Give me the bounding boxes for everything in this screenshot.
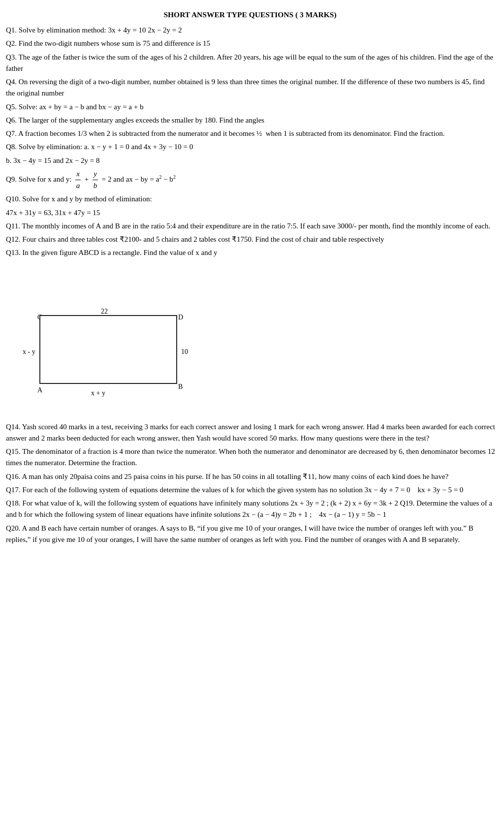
label-xy-left: x - y bbox=[23, 347, 35, 357]
q13-text: Q13. In the given figure ABCD is a recta… bbox=[6, 247, 495, 258]
q7-text: Q7. A fraction becomes 1/3 when 2 is sub… bbox=[6, 128, 495, 139]
question-q11: Q11. The monthly incomes of A and B are … bbox=[5, 221, 495, 232]
label-B: B bbox=[178, 381, 183, 392]
question-q18: Q18. For what value of k, will the follo… bbox=[5, 498, 495, 521]
question-q8b: b. 3x − 4y = 15 and 2x − 2y = 8 bbox=[5, 155, 495, 166]
question-q15: Q15. The denominator of a fraction is 4 … bbox=[5, 446, 495, 469]
question-q16: Q16. A man has only 20paisa coins and 25… bbox=[5, 471, 495, 482]
question-q2: Q2. Find the two-digit numbers whose sum… bbox=[5, 38, 495, 49]
question-q7: Q7. A fraction becomes 1/3 when 2 is sub… bbox=[5, 128, 495, 139]
question-q3: Q3. The age of the father is twice the s… bbox=[5, 52, 495, 75]
question-q12: Q12. Four chairs and three tables cost ₹… bbox=[5, 234, 495, 245]
question-q13: Q13. In the given figure ABCD is a recta… bbox=[5, 247, 495, 258]
q3-text: Q3. The age of the father is twice the s… bbox=[6, 52, 495, 75]
rect-diagram: C D A B 22 10 x - y x + y bbox=[20, 305, 197, 404]
question-q10: Q10. Solve for x and y by method of elim… bbox=[5, 193, 495, 205]
q17-text: Q17. For each of the following system of… bbox=[6, 484, 495, 496]
rectangle-box bbox=[39, 315, 177, 384]
q20-text: Q20. A and B each have certain number of… bbox=[6, 523, 495, 546]
question-q20: Q20. A and B each have certain number of… bbox=[5, 523, 495, 546]
q12-text: Q12. Four chairs and three tables cost ₹… bbox=[6, 234, 495, 245]
question-q17: Q17. For each of the following system of… bbox=[5, 484, 495, 496]
q8a-text: Q8. Solve by elimination: a. x − y + 1 =… bbox=[6, 141, 495, 153]
q10b-text: 47x + 31y = 63, 31x + 47y = 15 bbox=[6, 207, 495, 219]
question-q8a: Q8. Solve by elimination: a. x − y + 1 =… bbox=[5, 141, 495, 153]
q4-text: Q4. On reversing the digit of a two-digi… bbox=[6, 76, 495, 99]
question-q6: Q6. The larger of the supplementary angl… bbox=[5, 115, 495, 126]
q6-text: Q6. The larger of the supplementary angl… bbox=[6, 115, 495, 126]
question-q5: Q5. Solve: ax + by = a − b and bx − ay =… bbox=[5, 101, 495, 113]
q9-frac2: yb bbox=[93, 168, 98, 192]
question-q1: Q1. Solve by elimination method: 3x + 4y… bbox=[5, 25, 495, 36]
q2-text: Q2. Find the two-digit numbers whose sum… bbox=[6, 38, 495, 49]
q16-text: Q16. A man has only 20paisa coins and 25… bbox=[6, 471, 495, 482]
q11-text: Q11. The monthly incomes of A and B are … bbox=[6, 221, 495, 232]
q9-frac: xa bbox=[75, 168, 81, 192]
question-q10b: 47x + 31y = 63, 31x + 47y = 15 bbox=[5, 207, 495, 219]
question-q9: Q9. Solve for x and y: xa + yb = 2 and a… bbox=[5, 168, 495, 192]
q9-text: Q9. Solve for x and y: bbox=[6, 175, 73, 183]
question-q14: Q14. Yash scored 40 marks in a test, rec… bbox=[5, 421, 495, 444]
page-title: SHORT ANSWER TYPE QUESTIONS ( 3 MARKS) bbox=[5, 9, 495, 21]
question-q4: Q4. On reversing the digit of a two-digi… bbox=[5, 76, 495, 99]
q8b-text: b. 3x − 4y = 15 and 2x − 2y = 8 bbox=[6, 155, 495, 166]
label-10: 10 bbox=[181, 347, 188, 357]
q5-text: Q5. Solve: ax + by = a − b and bx − ay =… bbox=[6, 101, 495, 113]
q14-text: Q14. Yash scored 40 marks in a test, rec… bbox=[6, 421, 495, 444]
q1-text: Q1. Solve by elimination method: 3x + 4y… bbox=[6, 25, 495, 36]
q10-text: Q10. Solve for x and y by method of elim… bbox=[6, 193, 495, 205]
q18-text: Q18. For what value of k, will the follo… bbox=[6, 498, 495, 521]
label-A: A bbox=[37, 385, 42, 396]
q15-text: Q15. The denominator of a fraction is 4 … bbox=[6, 446, 495, 469]
label-xy-bottom: x + y bbox=[91, 388, 105, 399]
label-D: D bbox=[178, 312, 183, 323]
